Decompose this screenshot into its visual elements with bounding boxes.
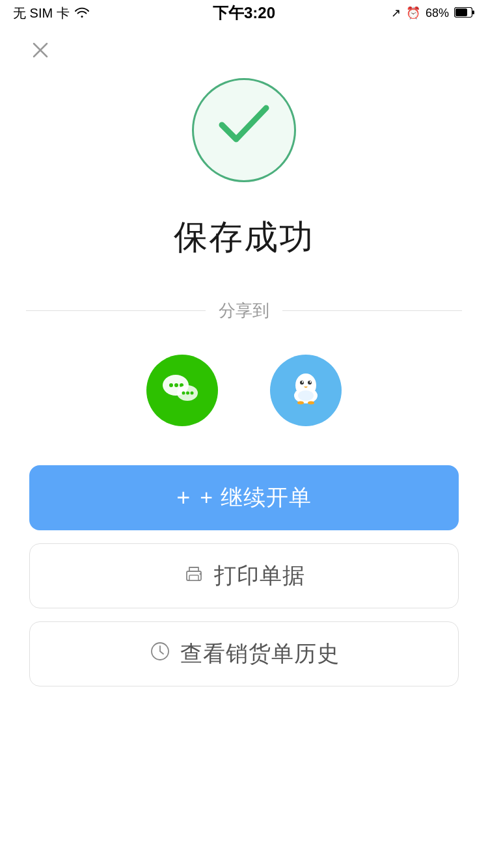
clock-icon bbox=[149, 640, 171, 668]
svg-point-15 bbox=[308, 381, 312, 385]
printer-icon bbox=[183, 562, 205, 590]
checkmark-icon bbox=[218, 102, 270, 154]
print-label: 打印单据 bbox=[214, 561, 305, 591]
status-time: 下午3:20 bbox=[213, 3, 275, 23]
status-right: ↗ ⏰ 68% bbox=[391, 6, 475, 21]
alarm-icon: ⏰ bbox=[406, 6, 420, 20]
plus-icon: + bbox=[176, 484, 191, 511]
wechat-icon bbox=[161, 371, 203, 410]
print-button[interactable]: 打印单据 bbox=[29, 543, 459, 608]
location-icon: ↗ bbox=[391, 6, 401, 20]
status-bar: 无 SIM 卡 下午3:20 ↗ ⏰ 68% bbox=[0, 0, 488, 26]
continue-label: + 继续开单 bbox=[200, 483, 311, 513]
svg-point-17 bbox=[310, 381, 311, 383]
svg-point-10 bbox=[182, 392, 185, 395]
svg-point-12 bbox=[191, 392, 194, 395]
no-sim-text: 无 SIM 卡 bbox=[13, 5, 70, 22]
svg-rect-2 bbox=[472, 10, 474, 14]
status-left: 无 SIM 卡 bbox=[13, 5, 89, 22]
qq-button[interactable] bbox=[270, 355, 342, 426]
share-divider: 分享到 bbox=[26, 299, 462, 322]
share-label: 分享到 bbox=[206, 299, 282, 322]
svg-rect-1 bbox=[455, 8, 467, 16]
action-buttons: + + 继续开单 打印单据 查看销货单历 bbox=[29, 465, 459, 686]
svg-point-21 bbox=[308, 401, 314, 405]
share-section: 分享到 bbox=[0, 299, 488, 426]
svg-point-14 bbox=[300, 381, 304, 385]
wifi-icon bbox=[75, 5, 89, 21]
qq-icon bbox=[288, 368, 324, 413]
history-label: 查看销货单历史 bbox=[180, 639, 340, 669]
svg-point-11 bbox=[186, 392, 189, 395]
main-content: 保存成功 分享到 bbox=[0, 26, 488, 686]
share-icons bbox=[26, 355, 462, 426]
continue-button[interactable]: + + 继续开单 bbox=[29, 465, 459, 530]
history-button[interactable]: 查看销货单历史 bbox=[29, 621, 459, 686]
svg-point-24 bbox=[200, 573, 202, 575]
svg-rect-23 bbox=[189, 575, 198, 580]
success-title: 保存成功 bbox=[174, 215, 314, 260]
wechat-button[interactable] bbox=[146, 355, 218, 426]
svg-point-6 bbox=[169, 383, 173, 387]
close-button[interactable] bbox=[26, 36, 55, 64]
svg-point-19 bbox=[298, 390, 314, 401]
success-circle bbox=[192, 78, 296, 182]
svg-point-20 bbox=[297, 401, 304, 405]
battery-icon bbox=[454, 6, 475, 21]
svg-point-16 bbox=[302, 381, 303, 383]
svg-point-7 bbox=[174, 383, 178, 387]
battery-text: 68% bbox=[426, 7, 449, 20]
